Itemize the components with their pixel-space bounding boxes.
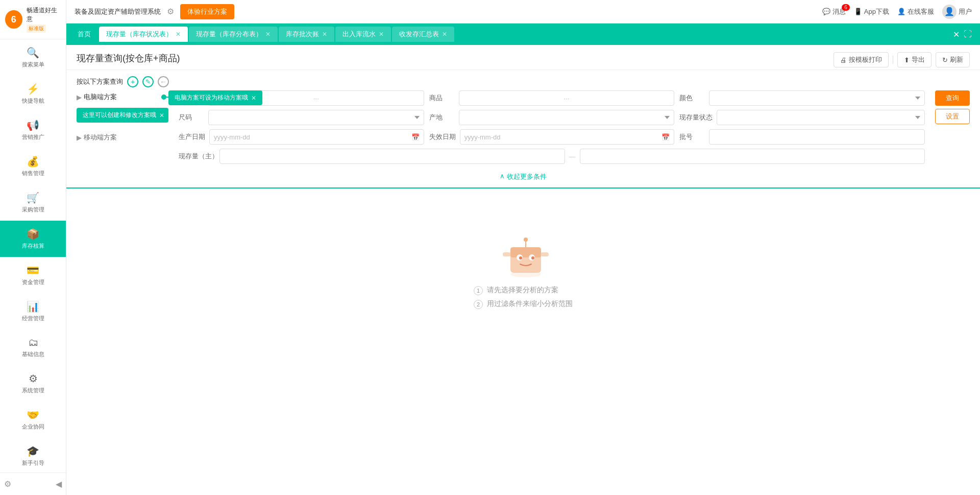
- scheme-mobile-header: ▶ 移动端方案: [77, 131, 168, 144]
- enterprise-icon: 🤝: [27, 409, 39, 421]
- system-icon: ⚙: [29, 372, 38, 385]
- user-avatar: 👤: [942, 5, 957, 19]
- collapse-icon[interactable]: ◀: [56, 479, 62, 489]
- tab-close-icon[interactable]: ✕: [176, 31, 181, 38]
- tab-close-all-icon[interactable]: ✕: [953, 30, 960, 39]
- empty-hint-2: 2 用过滤条件来缩小分析范围: [474, 299, 573, 309]
- tab-inventory-status[interactable]: 现存量（库存状况表） ✕: [99, 27, 188, 42]
- tab-home[interactable]: 首页: [70, 27, 98, 42]
- prod-date-input[interactable]: yyyy-mm-dd 📅: [209, 129, 424, 145]
- sidebar-item-label: 快捷导航: [22, 97, 44, 105]
- guide-icon: 🎓: [27, 445, 39, 457]
- svg-point-6: [531, 256, 534, 260]
- filter-row-3: 生产日期 yyyy-mm-dd 📅 失效日期 yyyy-mm-dd: [179, 129, 925, 145]
- tabbar: 首页 现存量（库存状况表） ✕ 现存量（库存分布表） ✕ 库存批次账 ✕ 出入库…: [66, 23, 980, 45]
- edit-tooltip-close-icon[interactable]: ✕: [159, 112, 164, 119]
- action-buttons: 查询 设置: [935, 90, 970, 124]
- field-label: 失效日期: [429, 132, 456, 142]
- tab-home-label: 首页: [78, 30, 91, 39]
- date-placeholder: yyyy-mm-dd: [464, 133, 501, 141]
- field-label: 颜色: [679, 93, 705, 103]
- settings-btn[interactable]: 设置: [935, 109, 970, 124]
- sidebar-item-marketing[interactable]: 📢 营销推广: [0, 112, 66, 148]
- filter-collapse-btn[interactable]: ∧ 收起更多条件: [77, 168, 970, 181]
- tab-close-icon[interactable]: ✕: [442, 31, 447, 38]
- sidebar-item-search[interactable]: 🔍 搜索菜单: [0, 39, 66, 76]
- tab-close-icon[interactable]: ✕: [379, 31, 384, 38]
- settings-icon[interactable]: ⚙: [4, 479, 11, 489]
- tab-label: 出入库流水: [342, 30, 376, 39]
- stock-qty-label: 现存量（主）: [179, 152, 219, 161]
- operations-icon: 📊: [27, 300, 39, 313]
- filter-back-btn[interactable]: ←: [158, 76, 169, 87]
- color-select[interactable]: [709, 90, 925, 106]
- tab-batch[interactable]: 库存批次账 ✕: [279, 27, 334, 42]
- batch-no-input[interactable]: [709, 129, 925, 145]
- sidebar-item-system[interactable]: ⚙ 系统管理: [0, 365, 66, 402]
- app-download-btn[interactable]: 📱 App下载: [854, 7, 889, 16]
- quicknav-icon: ⚡: [27, 83, 39, 95]
- filter-row-1: 按仓库 ··· 商品 ··· 颜色: [179, 90, 925, 106]
- sidebar-item-finance[interactable]: 💳 资金管理: [0, 257, 66, 293]
- sidebar-item-purchase[interactable]: 🛒 采购管理: [0, 184, 66, 221]
- query-btn[interactable]: 查询: [935, 90, 970, 106]
- hint-num: 2: [474, 300, 483, 309]
- message-btn[interactable]: 💬 消息 6: [822, 7, 846, 16]
- tab-actions: ✕ ⛶: [953, 30, 976, 39]
- stock-qty-to[interactable]: [580, 149, 925, 164]
- sidebar-item-quicknav[interactable]: ⚡ 快捷导航: [0, 76, 66, 112]
- tab-inout[interactable]: 出入库流水 ✕: [335, 27, 391, 42]
- tab-close-icon[interactable]: ✕: [265, 31, 271, 38]
- system-name: 装备及固定资产辅助管理系统: [75, 7, 161, 16]
- scheme-edit-tooltip: 这里可以创建和修改方案哦 ✕: [77, 108, 168, 123]
- svg-rect-10: [541, 252, 549, 256]
- scheme-mobile-label: 移动端方案: [84, 133, 117, 142]
- tooltip-text: 电脑方案可设为移动方案哦: [175, 93, 248, 102]
- chevron-up-icon: ∧: [500, 172, 505, 181]
- exp-date-input[interactable]: yyyy-mm-dd 📅: [460, 129, 675, 145]
- sidebar-item-sales[interactable]: 💰 销售管理: [0, 148, 66, 184]
- connector-line: [161, 97, 168, 98]
- sidebar-item-guide[interactable]: 🎓 新手引导: [0, 438, 66, 473]
- topbar-right: 💬 消息 6 📱 App下载 👤 在线客服 👤 用户: [822, 5, 972, 19]
- filter-field-origin: 产地: [429, 110, 675, 125]
- filter-field-color: 颜色: [679, 90, 925, 106]
- size-select[interactable]: [208, 110, 424, 125]
- sidebar-item-base[interactable]: 🗂 基础信息: [0, 329, 66, 365]
- print-btn[interactable]: 🖨 按模板打印: [834, 52, 889, 67]
- logo-badge: 标准版: [27, 25, 46, 33]
- sidebar-item-inventory[interactable]: 📦 库存核算: [0, 221, 66, 257]
- online-service-btn[interactable]: 👤 在线客服: [897, 7, 934, 16]
- refresh-btn[interactable]: ↻ 刷新: [936, 52, 970, 67]
- tooltip-close-icon[interactable]: ✕: [251, 95, 256, 102]
- sales-icon: 💰: [27, 155, 39, 168]
- tab-expand-icon[interactable]: ⛶: [964, 30, 972, 39]
- sidebar-item-label: 营销推广: [22, 133, 44, 141]
- tab-inventory-dist[interactable]: 现存量（库存分布表） ✕: [189, 27, 278, 42]
- export-btn[interactable]: ⬆ 导出: [897, 52, 932, 67]
- filter-field-prod-date: 生产日期 yyyy-mm-dd 📅: [179, 129, 424, 145]
- field-label: 商品: [429, 93, 455, 103]
- empty-state-hints: 1 请先选择要分析的方案 2 用过滤条件来缩小分析范围: [474, 286, 573, 313]
- toolbar-divider: [893, 56, 893, 64]
- tab-collect[interactable]: 收发存汇总表 ✕: [392, 27, 454, 42]
- goods-input[interactable]: ···: [459, 90, 675, 106]
- scheme-panel: ▶ 电脑端方案 电脑方案可设为移动方案哦 ✕: [77, 90, 168, 168]
- origin-select[interactable]: [459, 110, 675, 125]
- stock-status-select[interactable]: [717, 110, 925, 125]
- tab-close-icon[interactable]: ✕: [322, 31, 327, 38]
- sidebar-item-label: 企业协同: [22, 423, 44, 431]
- phone-icon: 📱: [854, 8, 862, 15]
- sidebar-item-operations[interactable]: 📊 经营管理: [0, 293, 66, 329]
- user-btn[interactable]: 👤 用户: [942, 5, 972, 19]
- sidebar-item-enterprise[interactable]: 🤝 企业协同: [0, 402, 66, 438]
- settings-icon[interactable]: ⚙: [167, 7, 174, 16]
- filter-edit-btn[interactable]: ✎: [142, 76, 154, 87]
- filter-field-size: 尺码: [179, 110, 424, 125]
- tab-label: 现存量（库存分布表）: [196, 30, 262, 39]
- calendar-icon: 📅: [411, 133, 420, 141]
- industry-btn[interactable]: 体验行业方案: [180, 4, 234, 19]
- stock-qty-from[interactable]: [219, 149, 565, 164]
- hint-text: 用过滤条件来缩小分析范围: [487, 299, 573, 309]
- filter-add-btn[interactable]: +: [127, 76, 138, 87]
